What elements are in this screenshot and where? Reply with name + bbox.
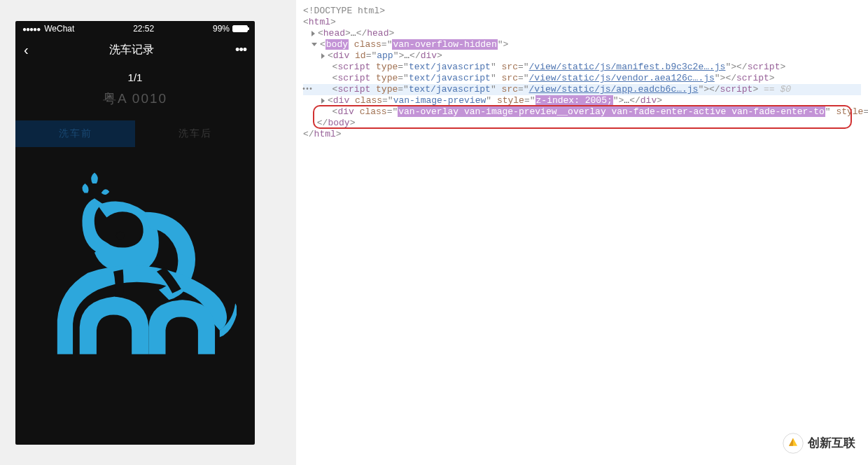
devtools-elements-panel[interactable]: <!DOCTYPE html> <html> <head>…</head> <b… bbox=[296, 0, 868, 465]
watermark-icon bbox=[783, 433, 804, 454]
expand-icon[interactable] bbox=[321, 98, 325, 104]
code-overlay-div[interactable]: <div class="van-overlay van-image-previe… bbox=[303, 106, 861, 118]
code-body-close[interactable]: </body> bbox=[303, 118, 861, 129]
code-body-open[interactable]: <body class="van-overflow-hidden"> bbox=[303, 39, 861, 50]
expand-icon[interactable] bbox=[312, 31, 315, 36]
watermark: 创新互联 bbox=[783, 433, 855, 454]
code-image-preview[interactable]: <div class="van-image-preview" style="z-… bbox=[303, 95, 861, 106]
code-app-div[interactable]: <div id="app">…</div> bbox=[303, 50, 861, 62]
nav-title: 洗车记录 bbox=[109, 43, 154, 57]
code-html-close[interactable]: </html> bbox=[303, 129, 861, 140]
carrier-label: WeChat bbox=[44, 24, 74, 34]
elephant-icon bbox=[34, 165, 237, 368]
collapse-icon[interactable] bbox=[312, 43, 317, 46]
phone-status-bar: ●●●●● WeChat 22:52 99% bbox=[15, 21, 255, 36]
preview-image[interactable] bbox=[28, 158, 242, 375]
plate-text: 粤A 0010 bbox=[15, 90, 255, 108]
code-head[interactable]: <head>…</head> bbox=[303, 28, 861, 39]
tab-before[interactable]: 洗车前 bbox=[15, 120, 135, 147]
code-html-open[interactable]: <html> bbox=[303, 17, 861, 28]
battery-percent: 99% bbox=[213, 24, 230, 34]
code-doctype[interactable]: <!DOCTYPE html> bbox=[303, 6, 861, 17]
more-icon[interactable]: ••• bbox=[235, 43, 246, 57]
image-preview-indicator: 1/1 bbox=[15, 71, 255, 83]
status-time: 22:52 bbox=[133, 24, 154, 34]
battery-icon bbox=[232, 25, 248, 32]
expand-icon[interactable] bbox=[321, 53, 325, 59]
code-script-1[interactable]: <script type="text/javascript" src="/vie… bbox=[303, 62, 861, 73]
background-content: 粤A 0010 洗车前 洗车后 bbox=[15, 90, 255, 147]
signal-dots-icon: ●●●●● bbox=[22, 25, 40, 33]
phone-preview-panel: ●●●●● WeChat 22:52 99% ‹ 洗车记录 ••• 1/1 粤A… bbox=[0, 0, 296, 465]
svg-point-0 bbox=[116, 232, 125, 240]
phone-frame: ●●●●● WeChat 22:52 99% ‹ 洗车记录 ••• 1/1 粤A… bbox=[15, 21, 255, 445]
back-icon[interactable]: ‹ bbox=[24, 42, 29, 58]
phone-nav-bar: ‹ 洗车记录 ••• bbox=[15, 36, 255, 63]
breakpoint-gutter-icon[interactable]: ••• bbox=[302, 84, 312, 95]
code-script-2[interactable]: <script type="text/javascript" src="/vie… bbox=[303, 73, 861, 84]
code-script-3-selected[interactable]: ••• <script type="text/javascript" src="… bbox=[303, 84, 861, 95]
tab-after[interactable]: 洗车后 bbox=[135, 120, 255, 147]
